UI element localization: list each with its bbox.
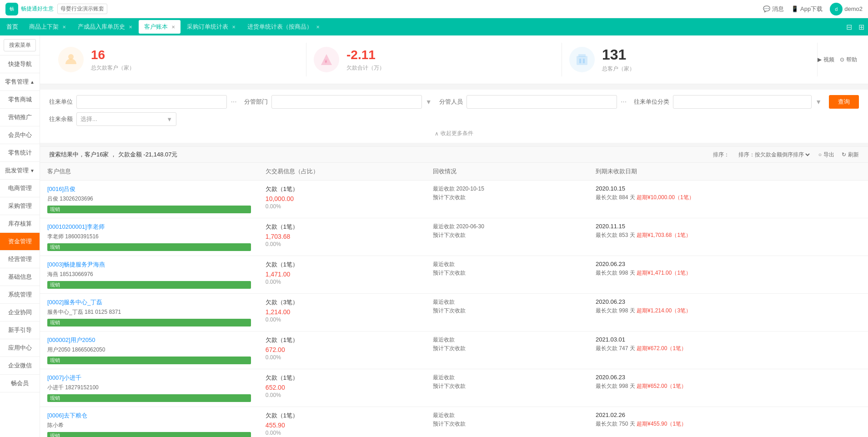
td-customer-info-3: [0002]服务中心_丁磊 服务中心_丁磊 181 0125 8371 现销 bbox=[40, 294, 258, 332]
next-collection: 预计下次收款 bbox=[433, 307, 581, 315]
tab-close-btn[interactable]: ✕ bbox=[316, 25, 320, 30]
overdue-amount-link[interactable]: 超期¥455.90（1笔） bbox=[637, 421, 687, 427]
tab-customer-account[interactable]: 客户账本 ✕ bbox=[139, 20, 181, 34]
sidebar-item-operation-mgmt[interactable]: 经营管理 bbox=[0, 251, 40, 268]
tab-close-btn[interactable]: ✕ bbox=[232, 25, 236, 30]
sidebar-item-ecom-mgmt[interactable]: 电商管理 bbox=[0, 180, 40, 197]
debt-count: 欠款（1笔） bbox=[266, 336, 418, 344]
customer-name-link[interactable]: [0007]小进千 bbox=[47, 374, 251, 382]
message-btn[interactable]: 💬 消息 bbox=[763, 5, 784, 13]
balance-placeholder: 选择... bbox=[80, 115, 97, 123]
video-btn[interactable]: ▶ 视频 bbox=[818, 56, 834, 64]
tab-purchase-order[interactable]: 采购订单统计表 ✕ bbox=[181, 20, 241, 34]
customer-name-link[interactable]: [000002]用户2050 bbox=[47, 336, 251, 344]
next-collection: 预计下次收款 bbox=[433, 194, 581, 201]
person-input[interactable] bbox=[467, 95, 617, 109]
next-collection: 预计下次收款 bbox=[433, 345, 581, 352]
export-btn[interactable]: ○ 导出 bbox=[818, 151, 834, 159]
sidebar-item-vip-member[interactable]: 畅会员 bbox=[0, 375, 40, 392]
sidebar-item-marketing[interactable]: 营销推广 bbox=[0, 109, 40, 126]
tab-label: 商品上下架 bbox=[29, 23, 59, 31]
user-avatar-area[interactable]: d demo2 bbox=[830, 3, 863, 15]
overdue-total-label: 欠款合计（万） bbox=[346, 64, 385, 72]
query-btn[interactable]: 查询 bbox=[829, 95, 859, 109]
message-icon: 💬 bbox=[763, 5, 770, 12]
customer-phone: 海燕 18513066976 bbox=[47, 271, 251, 278]
sidebar-item-stock-check[interactable]: 库存核算 bbox=[0, 215, 40, 233]
company-selector[interactable]: 母婴行业演示账套 bbox=[57, 4, 107, 14]
results-right: 排序： 排序：按欠款金额倒序排序 ○ 导出 ↻ 刷新 bbox=[713, 151, 859, 159]
overdue-amount-link[interactable]: 超期¥10,000.00（1笔） bbox=[637, 194, 694, 201]
overdue-date: 2020.10.15 bbox=[596, 185, 861, 192]
customer-name-link[interactable]: [0006]去下粮仓 bbox=[47, 412, 251, 420]
sort-select[interactable]: 排序：按欠款金额倒序排序 bbox=[737, 151, 811, 158]
sidebar-item-basic-info[interactable]: 基础信息 bbox=[0, 268, 40, 286]
td-debt-info-4: 欠款（1笔） 672.00 0.00% bbox=[258, 332, 426, 369]
source-unit-input[interactable] bbox=[76, 95, 227, 109]
table-row: [0002]服务中心_丁磊 服务中心_丁磊 181 0125 8371 现销 欠… bbox=[40, 294, 868, 332]
collapse-bar[interactable]: ∧ 收起更多条件 bbox=[49, 130, 859, 137]
unit-cat-dropdown-icon[interactable]: ▼ bbox=[815, 98, 822, 105]
tab-products-off[interactable]: 商品上下架 ✕ bbox=[24, 20, 71, 34]
tab-product-history[interactable]: 产成品入库单历史 ✕ bbox=[72, 20, 138, 34]
unit-cat-input[interactable] bbox=[673, 95, 812, 109]
overdue-amount-link[interactable]: 超期¥672.00（1笔） bbox=[637, 345, 687, 352]
help-icon: ⊙ bbox=[840, 56, 844, 63]
sidebar-item-capital-mgmt[interactable]: 资金管理 bbox=[0, 233, 40, 251]
overdue-customers-label: 总欠款客户（家） bbox=[91, 64, 135, 72]
filter-unit-cat-label: 往来单位分类 bbox=[634, 98, 669, 106]
overdue-date: 2020.06.23 bbox=[596, 298, 861, 305]
tab-incoming-stats[interactable]: 进货单统计表（按商品） ✕ bbox=[242, 20, 325, 34]
customer-name-link[interactable]: [0003]畅捷服务尹海燕 bbox=[47, 261, 251, 269]
td-due-date-2: 2020.06.23 最长欠款 998 天 超期¥1,471.00（1笔） bbox=[588, 256, 868, 294]
overdue-amount-link[interactable]: 超期¥1,703.68（1笔） bbox=[637, 232, 691, 238]
customer-name-link[interactable]: [0016]吕俊 bbox=[47, 185, 251, 193]
sidebar-item-newbie-guide[interactable]: 新手引导 bbox=[0, 321, 40, 339]
td-debt-info-0: 欠款（1笔） 10,000.00 0.00% bbox=[258, 181, 426, 218]
search-menu-btn[interactable]: 搜索菜单 bbox=[4, 39, 36, 51]
overdue-amount-link[interactable]: 超期¥1,471.00（1笔） bbox=[637, 270, 691, 276]
nav-minimize-btn[interactable]: ⊟ bbox=[844, 22, 854, 32]
customer-tag: 现销 bbox=[47, 319, 251, 326]
td-due-date-6: 2021.02.26 最长欠款 750 天 超期¥455.90（1笔） bbox=[588, 407, 868, 437]
collapse-label: 收起更多条件 bbox=[441, 130, 473, 137]
sidebar-item-retail-mgmt[interactable]: 零售管理 ▲ bbox=[0, 73, 40, 91]
sidebar-item-system-mgmt[interactable]: 系统管理 bbox=[0, 286, 40, 304]
overdue-amount-link[interactable]: 超期¥652.00（1笔） bbox=[637, 383, 687, 389]
th-debt-info: 欠交易信息（占比） bbox=[258, 163, 426, 181]
sidebar-item-member-center[interactable]: 会员中心 bbox=[0, 126, 40, 144]
app-download-btn[interactable]: 📱 App下载 bbox=[791, 5, 823, 13]
sidebar-item-quick-nav[interactable]: 快捷导航 bbox=[0, 55, 40, 73]
sidebar-item-batch-mgmt[interactable]: 批发管理 ▼ bbox=[0, 162, 40, 180]
td-recovery-5: 最近收款 预计下次收款 bbox=[426, 369, 588, 407]
sidebar-item-retail-mall[interactable]: 零售商城 bbox=[0, 91, 40, 109]
balance-chevron-icon: ▼ bbox=[166, 116, 172, 123]
overdue-amount-link[interactable]: 超期¥1,214.00（3笔） bbox=[637, 307, 691, 314]
sidebar-item-app-center[interactable]: 应用中心 bbox=[0, 339, 40, 357]
source-unit-more-btn[interactable]: ··· bbox=[231, 98, 236, 106]
person-more-btn[interactable]: ··· bbox=[621, 98, 627, 106]
next-collection: 预计下次收款 bbox=[433, 269, 581, 277]
nav-maximize-btn[interactable]: ⊞ bbox=[857, 22, 866, 32]
tab-label: 进货单统计表（按商品） bbox=[247, 23, 312, 31]
customer-name-link[interactable]: [0002]服务中心_丁磊 bbox=[47, 298, 251, 306]
results-summary-text: 搜索结果中，客户16家 bbox=[49, 151, 109, 158]
tab-close-btn[interactable]: ✕ bbox=[62, 25, 66, 30]
customer-tag: 现销 bbox=[47, 206, 251, 213]
table-row: [00010200001]李老师 李老师 18600391516 现销 欠款（1… bbox=[40, 218, 868, 256]
dept-dropdown-icon[interactable]: ▼ bbox=[426, 98, 432, 105]
sidebar-item-purchase-mgmt[interactable]: 采购管理 bbox=[0, 197, 40, 215]
dept-input[interactable] bbox=[271, 95, 422, 109]
sidebar-item-enterprise-wechat[interactable]: 企业微信 bbox=[0, 357, 40, 375]
sidebar-item-enterprise-coop[interactable]: 企业协同 bbox=[0, 304, 40, 321]
tab-home[interactable]: 首页 bbox=[2, 23, 23, 31]
tab-close-btn[interactable]: ✕ bbox=[171, 25, 175, 30]
balance-dropdown[interactable]: 选择... ▼ bbox=[76, 112, 176, 126]
debt-percent: 0.00% bbox=[266, 279, 418, 285]
last-collection: 最近收款 2020-10-15 bbox=[433, 185, 581, 193]
help-btn[interactable]: ⊙ 帮助 bbox=[840, 56, 857, 64]
sidebar-item-retail-stats[interactable]: 零售统计 bbox=[0, 144, 40, 162]
tab-close-btn[interactable]: ✕ bbox=[129, 25, 132, 30]
refresh-btn[interactable]: ↻ 刷新 bbox=[842, 151, 859, 159]
customer-name-link[interactable]: [00010200001]李老师 bbox=[47, 223, 251, 231]
